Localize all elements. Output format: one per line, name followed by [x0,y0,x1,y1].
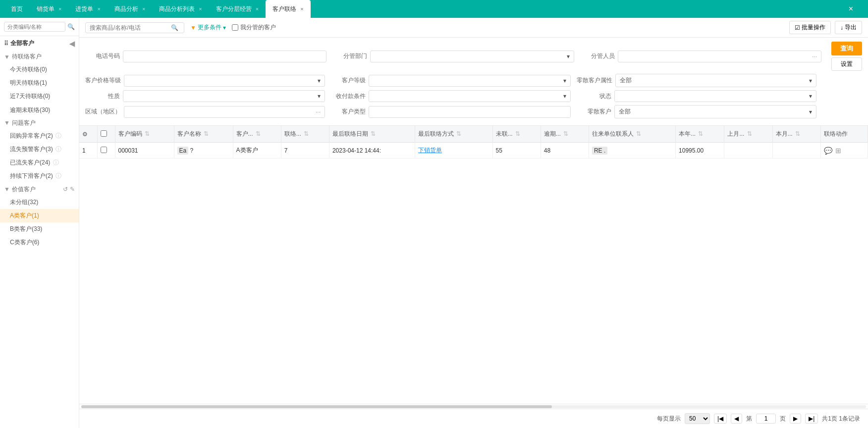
td-contact-count: 7 [281,143,329,159]
phone-input[interactable] [123,51,326,62]
customer-grade-chevron-icon [563,77,566,84]
sidebar-item-churned[interactable]: 已流失客户(24) ⓘ [0,156,79,169]
sidebar-item-class-a[interactable]: A类客户(1) [0,209,79,222]
main-search-icon[interactable]: 🔍 [171,24,178,31]
th-settings[interactable]: ⚙ [79,126,97,143]
th-checkbox[interactable] [97,126,115,143]
close-analysis-list-icon[interactable]: × [199,6,202,12]
retail-attr-dropdown[interactable]: 全部 [615,74,816,87]
status-dropdown[interactable] [614,90,816,102]
qrcode-icon[interactable]: ⊞ [835,147,841,155]
nav-tab-customer-contact-label: 客户联络 [272,5,296,13]
sidebar-group-problem[interactable]: ▼ 问题客户 [0,117,79,129]
nav-tab-customer-mgmt[interactable]: 客户分层经营 × [209,0,266,18]
all-customers-header[interactable]: ⠿ 全部客户 ◀ [0,36,79,51]
sidebar-group-pending[interactable]: ▼ 待联络客户 [0,51,79,63]
close-analysis-icon[interactable]: × [142,6,145,12]
page-number-input[interactable] [756,414,776,424]
retail-attr-value: 全部 [620,76,632,85]
sidebar-group-value[interactable]: ▼ 价值客户 ↺ ✎ [0,183,79,196]
price-grade-dropdown[interactable] [124,75,325,87]
query-btn[interactable]: 查询 [831,42,862,55]
batch-operation-btn[interactable]: ☑ 批量操作 [789,21,831,34]
my-customer-checkbox[interactable]: 我分管的客户 [232,23,276,32]
sort-contacts-icon[interactable]: ⇅ [636,130,641,137]
sidebar-item-overdue[interactable]: 逾期未联络(30) [0,104,79,117]
retail-dropdown[interactable]: 全部 [614,105,816,118]
more-filter-btn[interactable]: ▼ 更多条件 ▾ [190,23,226,32]
refresh-icon[interactable]: ↺ [63,186,68,193]
sidebar-item-churning[interactable]: 流失预警客户(3) ⓘ [0,143,79,156]
sort-way-icon[interactable]: ⇅ [456,130,461,137]
nature-label: 性质 [85,92,120,101]
filter-cell-customer-type: 客户类型 [331,106,577,118]
sidebar-item-today[interactable]: 今天待联络(0) [0,63,79,76]
export-icon: ↓ [840,24,843,31]
manager-dots-icon: ··· [812,53,817,60]
sort-thismonth-icon[interactable]: ⇅ [795,130,800,137]
nav-tab-analysis[interactable]: 商品分析 × [108,0,152,18]
region-input[interactable]: ··· [124,106,325,118]
sidebar-item-7days[interactable]: 近7天待联络(0) [0,90,79,103]
row-checkbox[interactable] [101,147,107,153]
per-page-select[interactable]: 50 100 200 [685,413,710,424]
collapse-icon[interactable]: ◀ [69,40,75,48]
sort-name-icon[interactable]: ⇅ [204,130,209,137]
sidebar-search-input[interactable] [4,22,65,32]
th-this-year-label: 本年... [679,130,696,137]
sidebar-search-icon[interactable]: 🔍 [67,23,75,30]
nav-tab-home[interactable]: 首页 [4,0,30,18]
sort-lastmonth-icon[interactable]: ⇅ [747,130,752,137]
sidebar-item-ungrouped[interactable]: 未分组(32) [0,196,79,209]
customer-grade-dropdown[interactable] [369,75,571,87]
close-all-tabs-icon[interactable]: × [849,4,853,13]
sort-uncontacted-icon[interactable]: ⇅ [515,130,520,137]
first-page-btn[interactable]: |◀ [714,414,727,424]
setting-btn[interactable]: 设置 [831,57,862,71]
sidebar-item-declining[interactable]: 持续下滑客户(2) ⓘ [0,169,79,183]
filter-actions: ☑ 批量操作 ↓ 导出 [789,21,862,34]
prev-page-btn[interactable]: ◀ [731,414,742,424]
nav-tab-sales[interactable]: 销货单 × [30,0,68,18]
customer-type-input[interactable] [369,106,571,118]
manager-input[interactable]: ··· [618,51,821,62]
payment-dropdown[interactable] [369,90,571,102]
batch-op-label: 批量操作 [802,23,825,32]
sidebar-item-class-b[interactable]: B类客户(33) [0,222,79,236]
nature-dropdown[interactable] [123,90,325,102]
main-search-input[interactable] [90,24,169,31]
sidebar-item-class-a-label: A类客户(1) [10,212,39,219]
sort-date-icon[interactable]: ⇅ [371,130,376,137]
sort-contact-icon[interactable]: ⇅ [304,130,309,137]
last-contact-way-link[interactable]: 下销货单 [418,147,442,154]
last-page-btn[interactable]: ▶| [805,414,818,424]
sidebar-search-area: 🔍 [0,18,79,36]
nav-tab-analysis-list[interactable]: 商品分析列表 × [152,0,209,18]
settings-icon[interactable]: ⚙ [82,131,88,138]
next-page-btn[interactable]: ▶ [790,414,801,424]
sort-overdue-icon[interactable]: ⇅ [563,130,568,137]
dept-dropdown[interactable] [370,51,574,62]
sidebar-item-repurchase[interactable]: 回购异常客户(2) ⓘ [0,129,79,143]
chat-icon[interactable]: 💬 [824,147,832,155]
horizontal-scrollbar[interactable] [79,404,868,409]
nav-tab-purchase[interactable]: 进货单 × [68,0,107,18]
sort-type-icon[interactable]: ⇅ [256,130,261,137]
nav-tab-customer-contact[interactable]: 客户联络 × [266,0,310,18]
edit-icon[interactable]: ✎ [70,186,75,193]
sidebar-item-churning-label: 流失预警客户(3) [10,146,53,153]
export-btn[interactable]: ↓ 导出 [835,21,862,34]
sidebar-item-class-c[interactable]: C类客户(6) [0,236,79,249]
td-checkbox[interactable] [97,143,115,159]
sidebar-item-tomorrow[interactable]: 明天待联络(1) [0,76,79,90]
main-layout: 🔍 ⠿ 全部客户 ◀ ▼ 待联络客户 今天待联络(0) 明天待联络(1) 近7天… [0,18,868,428]
my-customer-check[interactable] [232,24,238,31]
select-all-checkbox[interactable] [101,130,107,137]
close-purchase-icon[interactable]: × [97,6,100,12]
close-customer-mgmt-icon[interactable]: × [256,6,259,12]
scrollbar-thumb[interactable] [81,405,552,408]
sort-code-icon[interactable]: ⇅ [145,130,150,137]
close-customer-contact-icon[interactable]: × [300,6,303,12]
close-sales-icon[interactable]: × [58,6,61,12]
sort-year-icon[interactable]: ⇅ [698,130,703,137]
